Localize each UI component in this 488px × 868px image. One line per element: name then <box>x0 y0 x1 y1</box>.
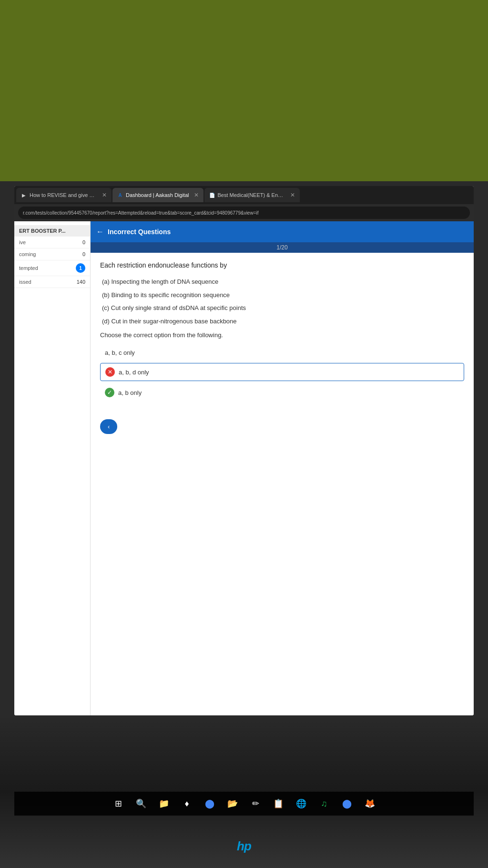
address-text: r.com/tests/collection/954457670/report?… <box>23 210 258 216</box>
top-bar: ← Incorrect Questions <box>91 221 474 242</box>
laptop-base: ⊞ 🔍 📁 ♦ ⬤ 📂 ✏ 📋 🌐 ♫ ⬤ 🦊 hp <box>0 715 488 868</box>
sidebar-item-tempted: tempted 1 <box>14 260 90 276</box>
address-bar-row: r.com/tests/collection/954457670/report?… <box>14 204 474 221</box>
taskbar-start[interactable]: ⊞ <box>111 796 125 811</box>
hp-logo: hp <box>237 839 251 854</box>
tab1-label: How to REVISE and give MOCK <box>30 192 97 198</box>
choose-text: Choose the correct option from the follo… <box>100 331 464 339</box>
option-a: (a) Inspecting the length of DNA sequenc… <box>100 277 464 287</box>
laptop-screen: ▶ How to REVISE and give MOCK ✕ A Dashbo… <box>14 186 474 715</box>
prev-button[interactable]: ‹ <box>100 419 117 434</box>
sidebar-header: ERT BOOSTER P... <box>14 225 90 237</box>
address-bar[interactable]: r.com/tests/collection/954457670/report?… <box>18 207 470 219</box>
tab1-close[interactable]: ✕ <box>102 192 107 198</box>
sidebar-badge-tempted: 1 <box>76 263 85 273</box>
sidebar-label-issed: issed <box>19 279 31 285</box>
sidebar-value-ive: 0 <box>82 239 85 245</box>
taskbar-edge[interactable]: 🌐 <box>294 796 308 811</box>
tab3-label: Best Medical(NEET) & Engineeri <box>218 192 285 198</box>
prev-icon: ‹ <box>108 423 110 430</box>
answer-option-ab[interactable]: ✓ a, b only <box>100 384 464 401</box>
taskbar-chrome[interactable]: ⬤ <box>203 796 217 811</box>
wrong-icon: ✕ <box>105 367 115 377</box>
website-content: ERT BOOSTER P... ive 0 coming 0 tempted … <box>14 221 474 715</box>
nav-btn-area: ‹ <box>91 412 474 442</box>
taskbar-folder[interactable]: 📂 <box>225 796 240 811</box>
taskbar-notes[interactable]: 📋 <box>271 796 285 811</box>
desk-surface <box>0 0 488 181</box>
taskbar-files[interactable]: 📁 <box>157 796 171 811</box>
back-button[interactable]: ← <box>96 227 104 236</box>
tab3-favicon: 📄 <box>209 192 215 198</box>
option-b: (b) Binding to its specific recognition … <box>100 290 464 300</box>
tab-revise-mock[interactable]: ▶ How to REVISE and give MOCK ✕ <box>16 188 112 202</box>
answer-option-abc[interactable]: a, b, c only <box>100 345 464 360</box>
tab-best-medical[interactable]: 📄 Best Medical(NEET) & Engineeri ✕ <box>204 188 300 202</box>
tab-bar: ▶ How to REVISE and give MOCK ✕ A Dashbo… <box>14 186 474 204</box>
answer-label-abd: a, b, d only <box>119 369 149 376</box>
question-number: 1/20 <box>91 242 474 253</box>
answer-label-ab: a, b only <box>118 389 142 396</box>
tab2-favicon: A <box>117 192 123 198</box>
taskbar: ⊞ 🔍 📁 ♦ ⬤ 📂 ✏ 📋 🌐 ♫ ⬤ 🦊 <box>14 792 474 816</box>
answer-options: a, b, c only ✕ a, b, d only ✓ a, b only <box>100 345 464 401</box>
taskbar-music[interactable]: ♫ <box>317 796 331 811</box>
option-d: (d) Cut in their sugar-nitrogenous base … <box>100 317 464 326</box>
browser-chrome: ▶ How to REVISE and give MOCK ✕ A Dashbo… <box>14 186 474 221</box>
laptop-body: ▶ How to REVISE and give MOCK ✕ A Dashbo… <box>0 0 488 868</box>
tab1-favicon: ▶ <box>21 192 27 198</box>
answer-label-abc: a, b, c only <box>105 349 135 356</box>
page-title: Incorrect Questions <box>108 228 171 236</box>
sidebar-item-issed: issed 140 <box>14 276 90 288</box>
sidebar-label-tempted: tempted <box>19 265 38 271</box>
sidebar: ERT BOOSTER P... ive 0 coming 0 tempted … <box>14 221 91 715</box>
tab2-label: Dashboard | Aakash Digital <box>126 192 189 198</box>
question-text: Each restriction endonuclease functions … <box>100 260 464 270</box>
answer-option-abd[interactable]: ✕ a, b, d only <box>100 363 464 381</box>
tab-dashboard[interactable]: A Dashboard | Aakash Digital ✕ <box>112 188 203 202</box>
sidebar-value-issed: 140 <box>77 279 85 285</box>
sidebar-label-ive: ive <box>19 239 26 245</box>
question-area: Each restriction endonuclease functions … <box>91 253 474 412</box>
taskbar-browser2[interactable]: ⬤ <box>340 796 354 811</box>
tab2-close[interactable]: ✕ <box>194 192 199 198</box>
sidebar-label-coming: coming <box>19 251 36 257</box>
taskbar-app1[interactable]: ♦ <box>180 796 194 811</box>
sidebar-item-ive: ive 0 <box>14 237 90 248</box>
taskbar-pen[interactable]: ✏ <box>248 796 263 811</box>
sidebar-value-coming: 0 <box>82 251 85 257</box>
taskbar-app2[interactable]: 🦊 <box>363 796 377 811</box>
sidebar-item-coming: coming 0 <box>14 248 90 260</box>
main-content: ← Incorrect Questions 1/20 Each restrict… <box>91 221 474 715</box>
tab3-close[interactable]: ✕ <box>290 192 295 198</box>
correct-icon: ✓ <box>105 388 114 397</box>
option-c: (c) Cut only single strand of dsDNA at s… <box>100 303 464 313</box>
taskbar-search[interactable]: 🔍 <box>134 796 148 811</box>
